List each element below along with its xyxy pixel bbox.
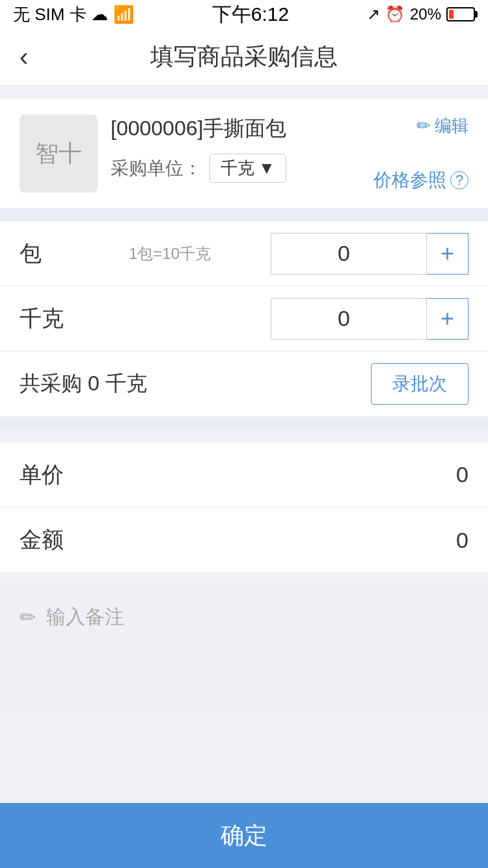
status-time: 下午6:12 [212, 1, 289, 28]
divider-1 [0, 208, 488, 221]
unit-price-row: 单价 0 [0, 442, 488, 508]
kg-input-row: 千克 + [0, 286, 488, 351]
battery-icon [446, 7, 475, 21]
product-card: 智十 [0000006]手撕面包 采购单位： 千克 ▼ ✏ 编辑 价格参照 ? [0, 99, 488, 208]
location-icon: ↗ [367, 5, 380, 23]
wifi-icon: 📶 [113, 5, 134, 25]
status-left: 无 SIM 卡 ☁ 📶 [13, 3, 134, 26]
kg-quantity-input[interactable] [271, 298, 427, 340]
price-reference-button[interactable]: 价格参照 ? [373, 168, 468, 193]
product-thumbnail: 智十 [20, 115, 98, 193]
unit-label: 采购单位： [111, 156, 202, 181]
bag-plus-button[interactable]: + [427, 233, 468, 275]
remark-placeholder-text: 输入备注 [46, 604, 124, 631]
unit-selector[interactable]: 千克 ▼ [210, 154, 286, 183]
amount-value: 0 [456, 528, 468, 553]
battery-label: 20% [410, 5, 441, 23]
edit-button[interactable]: ✏ 编辑 [416, 115, 468, 137]
edit-icon: ✏ [416, 116, 431, 136]
edit-label: 编辑 [435, 115, 468, 137]
nav-bar: ‹ 填写商品采购信息 [0, 29, 488, 86]
no-sim-label: 无 SIM 卡 ☁ [13, 3, 108, 26]
amount-row: 金额 0 [0, 508, 488, 573]
bag-input-right: + [271, 233, 468, 275]
divider-2 [0, 416, 488, 429]
page-title: 填写商品采购信息 [150, 41, 338, 73]
confirm-button[interactable]: 确定 [0, 803, 488, 868]
kg-label: 千克 [20, 304, 124, 334]
unit-price-label: 单价 [20, 460, 64, 490]
input-section: 包 1包=10千克 + 千克 + [0, 221, 488, 351]
kg-plus-button[interactable]: + [427, 298, 468, 340]
status-bar: 无 SIM 卡 ☁ 📶 下午6:12 ↗ ⏰ 20% [0, 0, 488, 29]
battery-fill [449, 10, 454, 19]
unit-value: 千克 [221, 157, 254, 180]
remark-placeholder: ✏ 输入备注 [20, 604, 468, 631]
record-batch-button[interactable]: 录批次 [371, 363, 468, 405]
status-right: ↗ ⏰ 20% [367, 5, 475, 23]
summary-row: 共采购 0 千克 录批次 [0, 351, 488, 416]
product-logo: 智十 [35, 138, 82, 170]
product-name: [0000006]手撕面包 [111, 115, 468, 143]
help-icon: ? [450, 171, 468, 189]
pencil-icon: ✏ [20, 606, 36, 629]
price-info-section: 单价 0 金额 0 [0, 442, 488, 573]
price-ref-label: 价格参照 [373, 168, 446, 193]
bag-input-row: 包 1包=10千克 + [0, 221, 488, 286]
unit-price-value: 0 [456, 462, 468, 487]
bag-quantity-input[interactable] [271, 233, 427, 275]
summary-text: 共采购 0 千克 [20, 370, 147, 398]
back-button[interactable]: ‹ [20, 42, 41, 72]
bag-label: 包 [20, 239, 124, 269]
bottom-spacer [0, 716, 488, 794]
amount-label: 金额 [20, 525, 64, 555]
remark-section[interactable]: ✏ 输入备注 [0, 586, 488, 716]
kg-input-right: + [271, 298, 468, 340]
alarm-icon: ⏰ [385, 5, 405, 23]
bag-sublabel: 1包=10千克 [129, 243, 211, 264]
dropdown-arrow: ▼ [258, 158, 275, 178]
